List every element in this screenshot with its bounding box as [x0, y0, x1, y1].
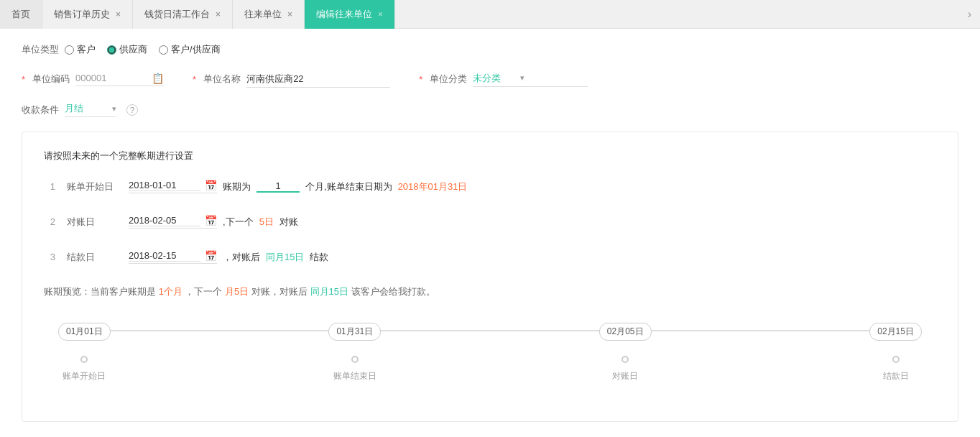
timeline-badge-3: 02月15日 [869, 323, 922, 341]
unit-type-group: 单位类型 客户 供应商 客户/供应商 [22, 43, 221, 56]
timeline-point-3: 02月15日 结款日 [869, 323, 922, 382]
step2-day-colored: 5日 [259, 216, 274, 229]
step-num-3: 3 [44, 252, 55, 262]
payment-terms-label: 收款条件 [22, 104, 59, 116]
close-icon-sales[interactable]: × [116, 9, 121, 19]
radio-group-unit-type: 客户 供应商 客户/供应商 [65, 43, 221, 56]
unit-code-label: 单位编码 [32, 73, 70, 86]
step2-date-input[interactable] [129, 215, 200, 226]
calendar-icon-step1[interactable]: 📅 [205, 180, 217, 191]
timeline-badge-0: 01月01日 [58, 323, 111, 341]
unit-category-select[interactable]: 未分类 ▾ [473, 72, 588, 87]
unit-info-row: * 单位编码 📋 * 单位名称 * 单位分类 未分类 ▾ [22, 70, 958, 88]
timeline-sublabel-0: 账单开始日 [63, 370, 106, 382]
preview-text3: 该客户会给我打款。 [351, 286, 435, 297]
radio-both-input[interactable] [159, 45, 168, 55]
tab-cash-reconciliation-label: 钱货日清工作台 [144, 8, 210, 21]
tab-home[interactable]: 首页 [0, 0, 42, 29]
timeline-dot-1 [351, 356, 359, 363]
preview-label: 账期预览：当前客户账期是 [44, 286, 156, 297]
tab-more-button[interactable]: › [959, 8, 980, 21]
main-content: 单位类型 客户 供应商 客户/供应商 * 单位编码 [0, 29, 980, 437]
required-star-code: * [22, 74, 25, 85]
chevron-down-icon-payment: ▾ [112, 104, 116, 114]
calendar-icon-step3[interactable]: 📅 [205, 250, 217, 262]
tab-counterparty[interactable]: 往来单位 × [233, 0, 305, 29]
required-star-category: * [419, 74, 422, 85]
tab-counterparty-label: 往来单位 [244, 8, 282, 21]
unit-category-group: * 单位分类 未分类 ▾ [419, 72, 588, 87]
tab-edit-counterparty-label: 编辑往来单位 [316, 8, 372, 21]
step1-suffix-text: 个月,账单结束日期为 [305, 180, 392, 193]
tab-bar: 首页 销售订单历史 × 钱货日清工作台 × 往来单位 × 编辑往来单位 × › [0, 0, 980, 29]
step-row-1: 1 账单开始日 📅 账期为 个月,账单结束日期为 2018年01月31日 [44, 180, 936, 193]
step1-date-input[interactable] [129, 180, 200, 191]
radio-customer[interactable]: 客户 [65, 43, 96, 56]
help-icon[interactable]: ? [126, 104, 138, 116]
timeline-point-0: 01月01日 账单开始日 [58, 323, 111, 382]
tab-edit-counterparty[interactable]: 编辑往来单位 × [305, 0, 395, 29]
payment-terms-value: 月结 [65, 102, 108, 115]
step-content-3: 📅 ，对账后 同月15日 结款 [129, 250, 328, 264]
radio-supplier[interactable]: 供应商 [107, 43, 147, 56]
settings-card: 请按照未来的一个完整帐期进行设置 1 账单开始日 📅 账期为 个月,账单结束日期… [22, 132, 958, 422]
unit-code-input[interactable] [75, 73, 147, 83]
step2-suffix: 对账 [279, 216, 298, 229]
step-num-2: 2 [44, 216, 55, 227]
step2-date-wrapper: 📅 [129, 215, 217, 229]
unit-type-row: 单位类型 客户 供应商 客户/供应商 [22, 43, 958, 56]
timeline-badge-2: 02月05日 [599, 323, 652, 341]
radio-supplier-input[interactable] [107, 45, 116, 55]
step3-day-colored: 同月15日 [266, 251, 304, 264]
step1-date-wrapper: 📅 [129, 180, 217, 193]
step-content-1: 📅 账期为 个月,账单结束日期为 2018年01月31日 [129, 180, 467, 193]
calendar-icon-step2[interactable]: 📅 [205, 215, 217, 226]
step-num-1: 1 [44, 181, 55, 192]
unit-name-label: 单位名称 [203, 73, 241, 86]
timeline-badge-1: 01月31日 [328, 323, 381, 341]
payment-terms-row: 收款条件 月结 ▾ ? [22, 102, 958, 117]
step1-end-date: 2018年01月31日 [398, 180, 468, 193]
unit-category-label: 单位分类 [430, 73, 467, 86]
step1-middle-text: 账期为 [223, 180, 251, 193]
preview-day2: 同月15日 [310, 286, 348, 297]
step-row-3: 3 结款日 📅 ，对账后 同月15日 结款 [44, 250, 936, 264]
step3-date-wrapper: 📅 [129, 250, 217, 264]
timeline-points: 01月01日 账单开始日 01月31日 账单结束日 02月05日 对账日 02月… [58, 323, 922, 382]
unit-code-icon[interactable]: 📋 [152, 73, 164, 84]
preview-text2: 对账，对账后 [251, 286, 308, 297]
radio-customer-label: 客户 [77, 43, 96, 56]
card-title: 请按照未来的一个完整帐期进行设置 [44, 150, 936, 162]
close-icon-edit[interactable]: × [378, 9, 383, 19]
unit-name-input[interactable] [246, 70, 390, 88]
timeline: 01月01日 账单开始日 01月31日 账单结束日 02月05日 对账日 02月… [58, 316, 922, 404]
radio-customer-input[interactable] [65, 45, 74, 55]
timeline-dot-2 [621, 356, 629, 363]
preview-period: 1个月 [159, 286, 182, 297]
tab-sales-order-history-label: 销售订单历史 [54, 8, 110, 21]
step-content-2: 📅 ,下一个 5日 对账 [129, 215, 298, 229]
tab-sales-order-history[interactable]: 销售订单历史 × [42, 0, 133, 29]
radio-both[interactable]: 客户/供应商 [159, 43, 221, 56]
required-star-name: * [193, 74, 196, 85]
step1-month-input[interactable] [256, 180, 300, 193]
timeline-point-2: 02月05日 对账日 [599, 323, 652, 382]
tab-cash-reconciliation[interactable]: 钱货日清工作台 × [133, 0, 233, 29]
timeline-dot-0 [80, 356, 88, 363]
unit-category-value: 未分类 [473, 72, 516, 85]
radio-both-label: 客户/供应商 [171, 43, 221, 56]
timeline-dot-3 [892, 356, 900, 363]
preview-mid: ，下一个 [185, 286, 222, 297]
unit-code-input-wrapper: 📋 [75, 73, 164, 86]
step3-suffix: 结款 [310, 251, 328, 264]
step2-prefix: ,下一个 [223, 216, 254, 229]
step-label-2: 对账日 [67, 216, 117, 229]
payment-terms-select[interactable]: 月结 ▾ [65, 102, 116, 117]
step3-date-input[interactable] [129, 250, 200, 262]
close-icon-counterparty[interactable]: × [287, 9, 292, 19]
step3-prefix: ，对账后 [223, 251, 260, 264]
tab-home-label: 首页 [11, 8, 30, 21]
payment-terms-group: 收款条件 月结 ▾ ? [22, 102, 138, 117]
close-icon-cash[interactable]: × [216, 9, 221, 19]
timeline-sublabel-2: 对账日 [612, 370, 638, 382]
